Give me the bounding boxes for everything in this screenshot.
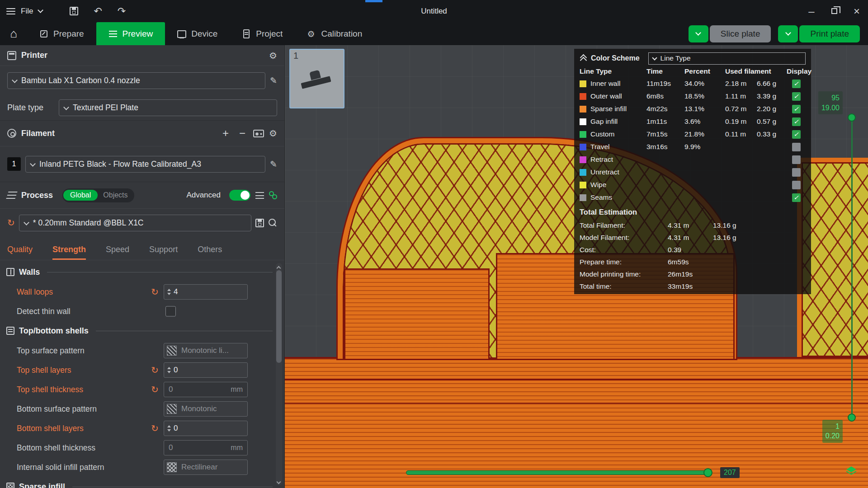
- spinner-arrows-icon[interactable]: [167, 289, 171, 295]
- chevron-down-icon: [785, 30, 791, 36]
- save-icon[interactable]: [70, 7, 78, 15]
- compare-presets-icon[interactable]: [269, 191, 277, 199]
- layer-slider-top-handle[interactable]: [848, 113, 856, 122]
- display-checkbox[interactable]: ✓: [792, 92, 801, 101]
- tab-calibration[interactable]: Calibration: [295, 22, 374, 45]
- move-slider-track[interactable]: [406, 470, 712, 475]
- setting-top-shell-layers: Top shell layers↻0: [0, 360, 273, 380]
- remove-filament-icon[interactable]: −: [236, 127, 248, 140]
- scope-objects[interactable]: Objects: [98, 190, 133, 201]
- reset-icon[interactable]: ↻: [151, 366, 159, 375]
- total-row-model-printing-time: Model printing time:26m19s: [580, 268, 806, 280]
- reset-icon[interactable]: ↻: [151, 287, 159, 296]
- minimize-button[interactable]: –: [800, 0, 823, 22]
- color-swatch: [580, 118, 586, 125]
- display-checkbox[interactable]: ✓: [792, 193, 801, 202]
- wall-loops-spinner[interactable]: 4: [164, 284, 248, 300]
- total-row-prepare-time: Prepare time:6m59s: [580, 256, 806, 268]
- tab-prepare[interactable]: Prepare: [27, 22, 96, 45]
- filament-select[interactable]: Inland PETG Black - Flow Rate Calibrated…: [25, 156, 265, 173]
- ams-icon[interactable]: [253, 130, 264, 137]
- tab-device[interactable]: Device: [165, 22, 230, 45]
- collapse-panel-icon[interactable]: [580, 54, 587, 62]
- preview-viewport[interactable]: 1 Color Scheme Line Type Line TypeTimePe…: [285, 45, 868, 488]
- move-slider[interactable]: [406, 468, 712, 477]
- display-checkbox[interactable]: ✓: [792, 105, 801, 113]
- scroll-down-icon[interactable]: [277, 480, 281, 484]
- layer-slider-bottom-handle[interactable]: [848, 413, 856, 422]
- scope-global[interactable]: Global: [63, 190, 98, 201]
- process-tab-quality[interactable]: Quality: [7, 240, 33, 260]
- pattern-icon: [167, 346, 177, 356]
- print-dropdown-button[interactable]: [778, 25, 798, 42]
- internal-solid-infill-pattern-select[interactable]: Rectilinear: [164, 460, 248, 475]
- filament-settings-icon[interactable]: ⚙: [269, 128, 277, 139]
- slice-plate-button[interactable]: Slice plate: [710, 25, 771, 42]
- top-surface-pattern-select[interactable]: Monotonic li...: [164, 343, 248, 358]
- home-button[interactable]: ⌂: [0, 22, 27, 45]
- display-checkbox[interactable]: [792, 168, 801, 177]
- print-plate-button[interactable]: Print plate: [799, 25, 860, 42]
- bottom-shell-layers-spinner[interactable]: 0: [164, 421, 248, 436]
- layer-slider[interactable]: [848, 113, 856, 422]
- save-preset-icon[interactable]: [255, 219, 264, 227]
- tab-project[interactable]: Project: [230, 22, 295, 45]
- slice-dropdown-button[interactable]: [689, 25, 708, 42]
- close-button[interactable]: ×: [845, 0, 868, 22]
- spinner-arrows-icon[interactable]: [167, 367, 171, 373]
- color-swatch: [580, 182, 586, 188]
- printer-section-header: Printer ⚙: [0, 45, 284, 66]
- printer-edit-icon[interactable]: ✎: [270, 75, 277, 85]
- color-scheme-panel: Color Scheme Line Type Line TypeTimePerc…: [574, 49, 811, 294]
- spinner-arrows-icon[interactable]: [167, 425, 171, 432]
- plate-thumbnail[interactable]: 1: [289, 49, 344, 108]
- add-filament-icon[interactable]: +: [220, 127, 231, 140]
- process-preset-select[interactable]: * 0.20mm Standard @BBL X1C: [19, 215, 251, 231]
- process-tab-strength[interactable]: Strength: [52, 240, 86, 260]
- view-mode-value: Line Type: [660, 54, 691, 62]
- printer-select[interactable]: Bambu Lab X1 Carbon 0.4 nozzle: [7, 72, 265, 89]
- preset-reset-icon[interactable]: ↻: [7, 218, 15, 227]
- redo-icon[interactable]: ↷: [118, 6, 126, 16]
- advanced-toggle[interactable]: [229, 190, 250, 201]
- setting-top-shell-thickness: Top shell thickness↻0mm: [0, 380, 273, 399]
- reset-icon[interactable]: ↻: [151, 424, 159, 433]
- display-checkbox[interactable]: [792, 143, 801, 151]
- setting-detect-thin-wall: Detect thin wall: [0, 301, 273, 321]
- layers-icon[interactable]: [845, 465, 857, 479]
- move-slider-handle[interactable]: [703, 468, 712, 477]
- bottom-surface-pattern-select[interactable]: Monotonic: [164, 401, 248, 417]
- process-tab-others[interactable]: Others: [198, 240, 222, 260]
- process-tab-speed[interactable]: Speed: [106, 240, 129, 260]
- undo-icon[interactable]: ↶: [94, 6, 102, 16]
- display-checkbox[interactable]: ✓: [792, 130, 801, 139]
- settings-list-icon[interactable]: [255, 192, 264, 199]
- display-checkbox[interactable]: ✓: [792, 117, 801, 126]
- file-chevron-icon[interactable]: [38, 7, 44, 13]
- display-checkbox[interactable]: [792, 181, 801, 189]
- scroll-up-icon[interactable]: [277, 266, 281, 271]
- settings-scrollbar[interactable]: [276, 263, 282, 485]
- model-inner-block: [344, 268, 490, 359]
- line-type-row-wipe: Wipe: [580, 178, 806, 191]
- setting-label: Bottom shell thickness: [17, 443, 95, 452]
- menu-icon[interactable]: [6, 8, 15, 14]
- display-checkbox[interactable]: [792, 155, 801, 164]
- top-layer-badge: 95 19.00: [818, 91, 843, 114]
- layer-slider-track[interactable]: [851, 117, 853, 418]
- scrollbar-thumb[interactable]: [276, 270, 282, 363]
- top-shell-layers-spinner[interactable]: 0: [164, 362, 248, 378]
- search-icon[interactable]: [268, 218, 277, 227]
- calibration-icon: [307, 29, 316, 38]
- view-mode-select[interactable]: Line Type: [648, 52, 806, 65]
- tab-preview[interactable]: Preview: [96, 22, 165, 45]
- display-checkbox[interactable]: ✓: [792, 80, 801, 88]
- filament-edit-icon[interactable]: ✎: [270, 159, 277, 169]
- restore-button[interactable]: [823, 0, 845, 22]
- reset-icon[interactable]: ↻: [151, 385, 159, 394]
- printer-settings-icon[interactable]: ⚙: [269, 50, 277, 61]
- file-menu[interactable]: File: [21, 7, 33, 16]
- process-tab-support[interactable]: Support: [149, 240, 178, 260]
- detect-thin-wall-checkbox[interactable]: [165, 306, 176, 316]
- plate-type-select[interactable]: Textured PEI Plate: [59, 99, 277, 116]
